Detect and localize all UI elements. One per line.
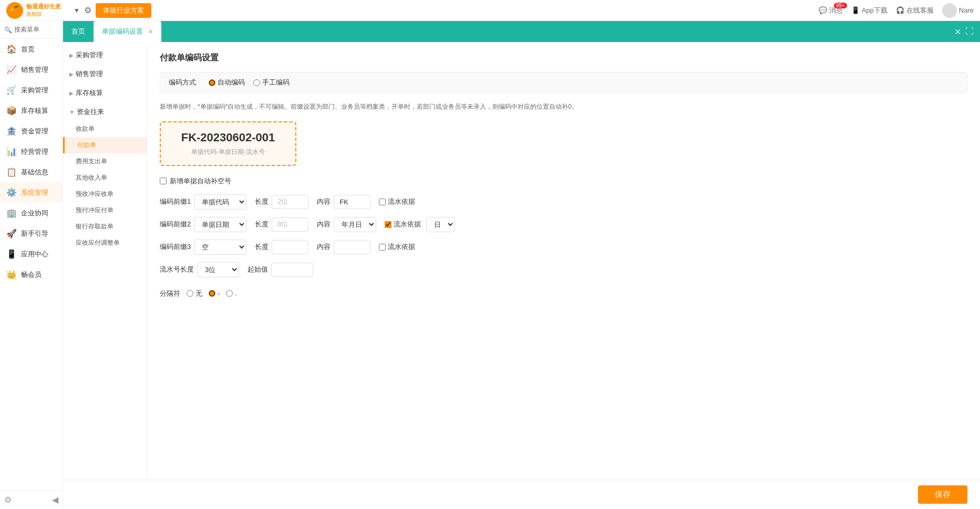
sidebar-item-member[interactable]: 👑 畅会员	[0, 264, 63, 285]
tab-home[interactable]: 首页	[63, 21, 94, 42]
tab-home-label: 首页	[71, 27, 85, 36]
sidebar-item-finance[interactable]: 🏦 资金管理	[0, 121, 63, 141]
tab-encoding[interactable]: 单据编码设置 ✕	[94, 21, 161, 42]
serial-length-select[interactable]: 3位 4位 5位	[197, 262, 239, 277]
serial-row: 流水号长度 3位 4位 5位 起始值 1	[160, 262, 967, 277]
avatar	[942, 3, 957, 18]
prefix3-serial-group: 流水依据	[379, 242, 415, 252]
sidebar-item-sales[interactable]: 📈 销售管理	[0, 59, 63, 80]
prefix2-row: 编码前缀2 单据日期 单据代码 空 长度 内容	[160, 217, 967, 232]
sidebar-item-apps[interactable]: 📱 应用中心	[0, 244, 63, 264]
prefix1-content-input[interactable]	[334, 195, 370, 209]
sidebar-item-guide[interactable]: 🚀 新手引导	[0, 223, 63, 244]
start-value-input[interactable]: 1	[271, 263, 313, 277]
prefix2-select[interactable]: 单据日期 单据代码 空	[194, 217, 246, 232]
sep-dot-radio[interactable]	[226, 290, 233, 297]
tab-bar-right: ✕ ⛶	[954, 27, 980, 37]
leftnav-item-receipt[interactable]: 收款单	[63, 121, 147, 137]
prefix1-group: 编码前缀1 单据代码 单据日期 空	[160, 194, 246, 210]
prefix1-length-input[interactable]	[272, 195, 308, 209]
prefix1-select[interactable]: 单据代码 单据日期 空	[194, 194, 246, 210]
leftnav-item-payment[interactable]: 付款单	[63, 137, 147, 153]
prefix2-content-select[interactable]: 年月日 年月 年	[334, 217, 376, 232]
prefix3-serial-checkbox[interactable]	[379, 244, 386, 251]
app-download-item[interactable]: 📱 App下载	[851, 6, 888, 15]
message-item[interactable]: 💬 消息 99+	[819, 6, 843, 15]
collapse-icon[interactable]: ◀	[52, 495, 58, 505]
system-icon: ⚙️	[6, 188, 17, 198]
manual-encoding-radio[interactable]	[253, 79, 260, 86]
sidebar-item-inventory[interactable]: 📦 库存核算	[0, 100, 63, 121]
sidebar-item-enterprise[interactable]: 🏢 企业协同	[0, 203, 63, 223]
enterprise-icon: 🏢	[6, 208, 17, 218]
prefix3-select[interactable]: 空 单据代码 单据日期	[194, 240, 246, 255]
sep-dot-label: .	[235, 289, 237, 297]
leftnav-item-other-income[interactable]: 其他收入单	[63, 170, 147, 186]
search-menu[interactable]: 🔍 搜索菜单	[0, 21, 63, 39]
prefix3-content-label: 内容	[317, 242, 331, 252]
prefix3-length-input[interactable]	[272, 240, 308, 254]
auto-fill-checkbox[interactable]	[160, 178, 167, 184]
separator-row: 分隔符 无 - .	[160, 289, 967, 298]
sidebar-item-label: 采购管理	[21, 86, 48, 95]
prefix2-serial-unit-select[interactable]: 日 月 年	[426, 217, 455, 232]
sidebar-bottom: ⚙ ◀	[0, 490, 63, 509]
sidebar-item-system[interactable]: ⚙️ 系统管理	[0, 182, 63, 203]
leftnav-item-advance-payable[interactable]: 预付冲应付单	[63, 202, 147, 219]
sep-dash-radio-label[interactable]: -	[209, 289, 220, 297]
leftnav-group-capital-title[interactable]: ▼ 资金往来	[63, 103, 147, 121]
prefix2-length-input[interactable]	[272, 217, 308, 232]
prefix3-content-input[interactable]	[334, 240, 370, 254]
sidebar-item-label: 畅会员	[21, 270, 42, 279]
auto-encoding-radio-label[interactable]: 自动编码	[209, 78, 245, 87]
leftnav-sales-label: 销售管理	[76, 69, 103, 79]
top-dropdown[interactable]: ▼	[74, 7, 80, 14]
preview-code: FK-20230602-001	[173, 131, 283, 144]
auto-encoding-radio[interactable]	[209, 79, 215, 86]
start-value-label: 起始值	[247, 265, 268, 274]
user-info[interactable]: Nare	[942, 3, 974, 18]
sidebar: 🔍 搜索菜单 🏠 首页 📈 销售管理 🛒 采购管理 📦 库存核算 🏦 资金管理 …	[0, 21, 63, 509]
prefix3-row: 编码前缀3 空 单据代码 单据日期 长度 内容	[160, 240, 967, 255]
experience-btn[interactable]: 体验行业方案	[96, 3, 151, 18]
sep-none-radio-label[interactable]: 无	[187, 289, 202, 298]
settings-icon[interactable]: ⚙	[84, 5, 91, 15]
sep-none-radio[interactable]	[187, 290, 193, 297]
home-icon: 🏠	[6, 44, 17, 54]
sep-dash-radio[interactable]	[209, 290, 215, 297]
app-label: App下载	[862, 6, 888, 15]
sidebar-item-basic[interactable]: 📋 基础信息	[0, 162, 63, 182]
leftnav-item-bank-deposit[interactable]: 银行存取款单	[63, 219, 147, 235]
service-label: 在线客服	[906, 6, 934, 15]
operations-icon: 📊	[6, 147, 17, 157]
sidebar-item-label: 销售管理	[21, 65, 48, 75]
bottom-settings-icon[interactable]: ⚙	[4, 495, 12, 505]
manual-encoding-radio-label[interactable]: 手工编码	[253, 78, 290, 87]
top-bar-right: 💬 消息 99+ 📱 App下载 🎧 在线客服 Nare	[819, 3, 974, 18]
leftnav-item-expense[interactable]: 费用支出单	[63, 153, 147, 170]
arrow-right-icon: ▶	[69, 53, 74, 58]
tab-close-icon[interactable]: ✕	[148, 28, 153, 35]
leftnav-group-purchase-title[interactable]: ▶ 采购管理	[63, 46, 147, 64]
inventory-icon: 📦	[6, 106, 17, 116]
arrow-right-icon: ▶	[69, 90, 74, 96]
sep-dot-radio-label[interactable]: .	[226, 289, 237, 297]
prefix2-length-group: 长度	[255, 217, 308, 232]
online-service-item[interactable]: 🎧 在线客服	[896, 6, 934, 15]
sidebar-item-purchase[interactable]: 🛒 采购管理	[0, 80, 63, 100]
leftnav-group-inventory-title[interactable]: ▶ 库存核算	[63, 84, 147, 102]
sidebar-item-operations[interactable]: 📊 经营管理	[0, 141, 63, 162]
sidebar-item-home[interactable]: 🏠 首页	[0, 39, 63, 59]
leftnav-inventory-label: 库存核算	[76, 88, 103, 98]
tab-minimize-icon[interactable]: ✕	[954, 27, 961, 37]
save-button[interactable]: 保存	[918, 485, 967, 504]
leftnav-item-ar-ap-adjust[interactable]: 应收应付调整单	[63, 235, 147, 251]
leftnav-item-advance-receivable[interactable]: 预收冲应收单	[63, 186, 147, 202]
tab-maximize-icon[interactable]: ⛶	[965, 27, 974, 36]
prefix1-serial-checkbox[interactable]	[379, 199, 386, 205]
leftnav-group-sales: ▶ 销售管理	[63, 65, 147, 83]
message-icon: 💬	[819, 6, 827, 14]
prefix2-serial-checkbox[interactable]	[385, 221, 391, 228]
leftnav-group-sales-title[interactable]: ▶ 销售管理	[63, 65, 147, 83]
prefix2-length-label: 长度	[255, 220, 269, 229]
